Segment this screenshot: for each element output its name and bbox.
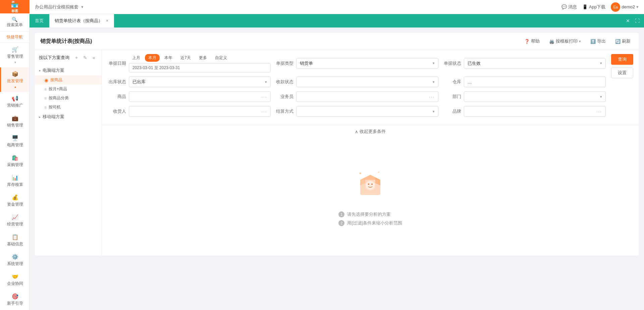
date-range-input[interactable]: 2023-03-01 至 2023-03-31 [129, 63, 271, 72]
sidebar-item-wholesale[interactable]: 📦 批发管理 ▴ [0, 67, 29, 92]
receiver-select[interactable]: ··· [129, 106, 271, 117]
payment-status-select[interactable]: ▾ [296, 76, 438, 87]
sidebar-item-inventory[interactable]: 📊 库存核算 [0, 171, 29, 191]
filter-item-brand: 品牌 ··· [442, 106, 606, 117]
tab-home[interactable]: 首页 [30, 14, 49, 28]
dots-icon: ··· [429, 94, 435, 99]
sidebar-item-finance[interactable]: 💰 资金管理 [0, 191, 29, 211]
doc-type-select[interactable]: 销货单 ▾ [296, 58, 438, 69]
goods-select[interactable]: ··· [129, 91, 271, 102]
help-btn[interactable]: ❓ 帮助 [522, 37, 542, 46]
sidebar-item-basic[interactable]: 📋 基础信息 [0, 230, 29, 250]
app-logo[interactable]: 🏪 标图 [0, 0, 30, 13]
tab-close-icon[interactable]: × [106, 18, 108, 23]
solution-collapse-btn[interactable]: « [90, 54, 98, 61]
help-icon: ❓ [524, 39, 530, 44]
tab-maximize-btn[interactable]: ⛶ [633, 17, 641, 25]
sidebar-item-ecommerce[interactable]: 🖥️ 电商管理 [0, 132, 29, 151]
doc-status-label: 单据状态 [442, 60, 461, 66]
sidebar-item-marketing[interactable]: 📢 营销推广 [0, 92, 29, 112]
tree-group-mobile[interactable]: ▸ 移动端方案 [35, 112, 102, 122]
collapse-more-btn[interactable]: ∧ 收起更多条件 [102, 125, 639, 138]
sidebar-item-system[interactable]: ⚙️ 系统管理 [0, 250, 29, 270]
solution-panel-header: 按以下方案查询 ＋ ✎ « [35, 53, 102, 63]
tree-sub-icon: ≡ [44, 87, 47, 92]
message-btn[interactable]: 💬 消息 [561, 4, 577, 10]
header-dropdown-text[interactable]: 办公用品行业模拟账套 [35, 4, 78, 10]
sidebar-search[interactable]: 🔍 搜索菜单 [0, 13, 29, 32]
user-profile[interactable]: Ea demo2 ▾ [611, 2, 639, 12]
print-btn[interactable]: 🖨️ 按模板打印 ▾ [546, 37, 584, 46]
warehouse2-label: 仓库 [442, 79, 461, 85]
filter-item-goods: 商品 ··· [107, 91, 271, 102]
dept-select[interactable]: ▾ [464, 91, 606, 102]
app-download-btn[interactable]: 📱 App下载 [582, 4, 605, 10]
tree-item-label: 按司机 [49, 104, 61, 110]
tree-item-by-goods[interactable]: ◉ 按商品 [35, 75, 102, 85]
system-icon: ⚙️ [12, 254, 18, 260]
date-tabs: 上月 本月 本年 近7天 更多 自定义 [129, 54, 271, 62]
brand-select[interactable]: ··· [464, 106, 606, 117]
header-dropdown-icon[interactable]: ▾ [81, 4, 84, 9]
sidebar-item-label: 营销推广 [7, 103, 23, 108]
doc-status-select[interactable]: 已生效 ▾ [464, 58, 606, 69]
dots-icon: ··· [261, 94, 267, 99]
date-filter-group: 上月 本月 本年 近7天 更多 自定义 2023-0 [129, 54, 271, 72]
export-btn[interactable]: ⬆️ 导出 [588, 37, 608, 46]
message-label: 消息 [568, 4, 577, 10]
dots-icon: ··· [596, 109, 602, 114]
header-left: 办公用品行业模拟账套 ▾ [35, 4, 84, 10]
settlement-select[interactable]: ▾ [296, 106, 438, 117]
dropdown-arrow-icon: ▾ [600, 95, 602, 99]
tab-close-window-btn[interactable]: ✕ [624, 17, 632, 25]
svg-point-4 [366, 181, 375, 190]
step-1-text: 请先选择要分析的方案 [347, 211, 391, 217]
settings-btn[interactable]: 设置 [611, 67, 633, 78]
date-tab-this-month[interactable]: 本月 [145, 54, 160, 62]
sidebar-item-sales[interactable]: 💼 销售管理 [0, 112, 29, 132]
svg-text:✦: ✦ [359, 171, 362, 176]
sidebar-item-label: 系统管理 [7, 261, 23, 267]
sidebar-item-label: 采购管理 [7, 162, 23, 168]
user-dropdown-icon: ▾ [636, 4, 639, 9]
sidebar-item-newuser[interactable]: 🎯 新手引导 [0, 290, 29, 310]
sidebar-item-purchase[interactable]: 🛍️ 采购管理 [0, 151, 29, 171]
solution-edit-btn[interactable]: ✎ [82, 54, 89, 61]
date-tab-custom[interactable]: 自定义 [212, 54, 230, 62]
doc-type-value: 销货单 [300, 60, 313, 66]
filter-item-payment-status: 收款状态 ▾ [275, 76, 438, 87]
sidebar-item-retail[interactable]: 🛒 零售管理 ▾ [0, 43, 29, 67]
tree-group-desktop[interactable]: ▾ 电脑端方案 [35, 65, 102, 75]
sidebar-quick-nav[interactable]: 快捷导航 [0, 32, 29, 43]
settlement-label: 结算方式 [275, 108, 293, 114]
solution-add-btn[interactable]: ＋ [73, 54, 80, 61]
refresh-icon: 🔄 [615, 39, 621, 44]
tree-item-label: 按商品分类 [49, 95, 69, 101]
brand-label: 品牌 [442, 108, 461, 114]
warehouse2-select[interactable]: … [464, 76, 606, 87]
tab-sales-stat[interactable]: 销货单统计表（按商品） × [49, 14, 114, 28]
date-tab-this-year[interactable]: 本年 [161, 54, 176, 62]
page-title-bar: 销货单统计表(按商品) ❓ 帮助 🖨️ 按模板打印 ▾ ⬆️ 导出 [35, 33, 639, 50]
sidebar-search-label: 搜索菜单 [3, 22, 26, 28]
solution-panel-actions: ＋ ✎ « [73, 54, 98, 61]
salesperson-select[interactable]: ··· [296, 91, 438, 102]
tree-item-by-goods-category[interactable]: ≡ 按商品分类 [35, 94, 102, 103]
query-btn[interactable]: 查询 [611, 54, 633, 65]
dots-icon: ··· [261, 109, 267, 114]
date-tab-last-month[interactable]: 上月 [129, 54, 144, 62]
tab-bar: 首页 销货单统计表（按商品） × ✕ ⛶ [30, 14, 644, 28]
tree-item-by-driver[interactable]: ≡ 按司机 [35, 103, 102, 112]
sidebar-item-operations[interactable]: 📈 经营管理 [0, 211, 29, 230]
tree-item-by-month-goods[interactable]: ≡ 按月+商品 [35, 85, 102, 94]
warehouse-status-select[interactable]: 已出库 ▾ [129, 76, 271, 87]
collapse-arrow-icon: ∧ [355, 129, 358, 134]
date-tab-7days[interactable]: 近7天 [177, 54, 194, 62]
sidebar-item-label: 基础信息 [7, 241, 23, 247]
refresh-btn[interactable]: 🔄 刷新 [612, 37, 633, 46]
sidebar-item-enterprise[interactable]: 🤝 企业协同 [0, 270, 29, 290]
date-tab-more[interactable]: 更多 [196, 54, 210, 62]
logo-icon: 🏪 [10, 0, 19, 8]
page-actions: ❓ 帮助 🖨️ 按模板打印 ▾ ⬆️ 导出 🔄 刷新 [522, 37, 633, 46]
edit-icon: ✎ [83, 55, 87, 60]
